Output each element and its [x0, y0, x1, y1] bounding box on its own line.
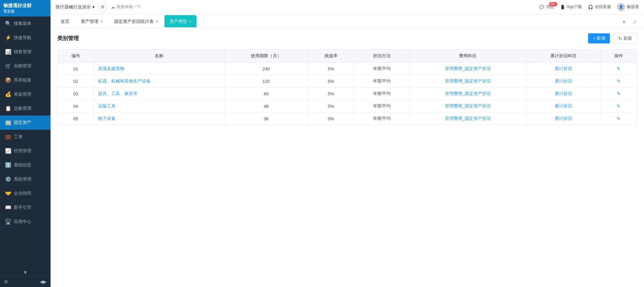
message-icon: 💬: [539, 5, 544, 9]
experience-label: 我要体验一下: [117, 4, 141, 10]
table-header-row: 编号名称使用期限（月）残值率折旧方法费用科目累计折旧科目操作: [58, 50, 637, 63]
tab-0[interactable]: 首页: [56, 15, 74, 27]
company-name: 医疗器械行业演示: [56, 4, 91, 10]
cell-r0-c5: 管理费用_固定资产折旧: [409, 63, 526, 75]
table-row: 05电子设备365%年限平均管理费用_固定资产折旧累计折旧✎: [58, 113, 637, 125]
cell-r0-c1: 房屋及建筑物: [94, 63, 224, 75]
customer-service-btn[interactable]: 🎧 在线客服: [588, 4, 611, 10]
cell-r3-c3: 5%: [308, 100, 354, 113]
tab-2[interactable]: 固定资产折旧统计表×: [109, 15, 163, 27]
nav-icon-5: 💰: [5, 91, 11, 97]
tab-3[interactable]: 资产类型×: [164, 15, 196, 27]
main-panel: 医疗器械行业演示 ▾ ⚙ ☁ 我要体验一下 💬 消息 99+ 📱 App下载 🎧…: [51, 0, 644, 287]
cell-r2-c7[interactable]: ✎: [601, 88, 637, 100]
page-title: 类别管理: [57, 35, 79, 42]
nav-icon-3: 🛒: [5, 63, 11, 69]
sidebar-item-经营管理[interactable]: 📈经营管理: [0, 144, 51, 158]
tab-label-0: 首页: [61, 19, 69, 25]
refresh-btn[interactable]: ↻ 刷新: [613, 33, 637, 44]
table-row: 02机器、机械和其他生产设备1205%年限平均管理费用_固定资产折旧累计折旧✎: [58, 75, 637, 88]
cell-r1-c7[interactable]: ✎: [601, 75, 637, 88]
sidebar-item-工资[interactable]: 💼工资: [0, 130, 51, 144]
sidebar-item-库存核算[interactable]: 📦库存核算: [0, 73, 51, 87]
sidebar-item-新手引导[interactable]: 📖新手引导: [0, 200, 51, 215]
user-menu[interactable]: 👤 畅捷通: [617, 3, 639, 11]
customer-service-label: 在线客服: [595, 4, 611, 10]
user-label: 畅捷通: [627, 4, 639, 10]
table-head: 编号名称使用期限（月）残值率折旧方法费用科目累计折旧科目操作: [58, 50, 637, 63]
company-selector[interactable]: 医疗器械行业演示 ▾: [56, 4, 95, 10]
nav-label-3: 采购管理: [14, 63, 31, 69]
col-header-6: 累计折旧科目: [526, 50, 601, 63]
logo-title: 畅捷通好业财: [3, 3, 32, 9]
settings-icon[interactable]: ⚙: [4, 279, 8, 284]
tab-close-3[interactable]: ×: [189, 19, 191, 24]
table-body: 01房屋及建筑物2405%年限平均管理费用_固定资产折旧累计折旧✎02机器、机械…: [58, 63, 637, 125]
sidebar-scroll-down[interactable]: ▼: [0, 268, 51, 276]
app-download-btn[interactable]: 📱 App下载: [560, 4, 582, 10]
new-btn[interactable]: + 新增: [588, 33, 610, 43]
cell-r4-c1: 电子设备: [94, 113, 224, 125]
nav-label-8: 工资: [14, 134, 23, 140]
cell-r0-c4: 年限平均: [354, 63, 410, 75]
company-dropdown-icon: ▾: [92, 4, 95, 9]
cell-r2-c6: 累计折旧: [526, 88, 601, 100]
col-header-4: 折旧方法: [354, 50, 410, 63]
tab-1[interactable]: 资产管理×: [76, 15, 108, 27]
collapse-icon[interactable]: ◀▶: [40, 279, 47, 284]
sidebar-item-总账管理[interactable]: 📋总账管理: [0, 101, 51, 116]
sidebar-item-应用中心[interactable]: 🖥️应用中心: [0, 215, 51, 229]
page-header: 类别管理 + 新增 ↻ 刷新: [57, 33, 637, 44]
nav-label-4: 库存核算: [14, 77, 31, 83]
cell-r4-c3: 5%: [308, 113, 354, 125]
cell-r4-c5: 管理费用_固定资产折旧: [409, 113, 526, 125]
nav-label-5: 资金管理: [14, 91, 31, 97]
maximize-tab-btn[interactable]: ⤢: [631, 18, 639, 26]
sidebar-item-销售管理[interactable]: 📊销售管理: [0, 45, 51, 59]
nav-label-13: 新手引导: [14, 204, 31, 211]
sidebar-item-快捷导航[interactable]: ⚡快捷导航: [0, 31, 51, 45]
logo-sub: 普及版: [3, 9, 14, 14]
cell-r2-c3: 5%: [308, 88, 354, 100]
topbar: 医疗器械行业演示 ▾ ⚙ ☁ 我要体验一下 💬 消息 99+ 📱 App下载 🎧…: [51, 0, 644, 14]
tab-close-1[interactable]: ×: [100, 19, 103, 24]
sidebar-item-基础信息[interactable]: ℹ️基础信息: [0, 158, 51, 172]
cell-r0-c6: 累计折旧: [526, 63, 601, 75]
cell-r4-c7[interactable]: ✎: [601, 113, 637, 125]
cell-r2-c5: 管理费用_固定资产折旧: [409, 88, 526, 100]
sidebar-bottom: ⚙ ◀▶: [0, 276, 51, 287]
sidebar-item-固定资产[interactable]: 🏢固定资产: [0, 116, 51, 130]
col-header-0: 编号: [58, 50, 94, 63]
close-tab-btn[interactable]: ✕: [620, 18, 628, 26]
nav-icon-10: ℹ️: [5, 162, 11, 168]
sidebar-item-资金管理[interactable]: 💰资金管理: [0, 87, 51, 101]
refresh-label: 刷新: [623, 35, 632, 41]
nav-icon-11: ⚙️: [5, 176, 11, 182]
tab-label-3: 资产类型: [170, 19, 187, 25]
sidebar-item-企业协同[interactable]: 🤝企业协同: [0, 186, 51, 200]
nav-label-12: 企业协同: [14, 190, 31, 196]
experience-btn[interactable]: ☁ 我要体验一下: [111, 4, 141, 10]
asset-type-table: 编号名称使用期限（月）残值率折旧方法费用科目累计折旧科目操作 01房屋及建筑物2…: [57, 49, 637, 125]
cell-r2-c0: 03: [58, 88, 94, 100]
cell-r1-c3: 5%: [308, 75, 354, 88]
sidebar-item-搜索菜单[interactable]: 🔍搜索菜单: [0, 17, 51, 31]
table: 编号名称使用期限（月）残值率折旧方法费用科目累计折旧科目操作 01房屋及建筑物2…: [58, 50, 637, 125]
refresh-icon: ↻: [618, 36, 622, 41]
topbar-settings-btn[interactable]: ⚙: [98, 2, 108, 12]
cell-r3-c7[interactable]: ✎: [601, 100, 637, 113]
cell-r1-c0: 02: [58, 75, 94, 88]
messages-btn[interactable]: 💬 消息 99+: [539, 4, 554, 10]
sidebar-item-系统管理[interactable]: ⚙️系统管理: [0, 172, 51, 186]
cloud-icon: ☁: [111, 5, 115, 9]
sidebar-logo: 畅捷通好业财 普及版: [0, 0, 51, 17]
sidebar-item-采购管理[interactable]: 🛒采购管理: [0, 59, 51, 73]
cell-r0-c7[interactable]: ✎: [601, 63, 637, 75]
nav-label-10: 基础信息: [14, 162, 31, 168]
headset-icon: 🎧: [588, 5, 593, 9]
tab-close-2[interactable]: ×: [156, 19, 158, 24]
cell-r1-c6: 累计折旧: [526, 75, 601, 88]
nav-label-0: 搜索菜单: [14, 21, 31, 27]
cell-r3-c4: 年限平均: [354, 100, 410, 113]
cell-r3-c0: 04: [58, 100, 94, 113]
